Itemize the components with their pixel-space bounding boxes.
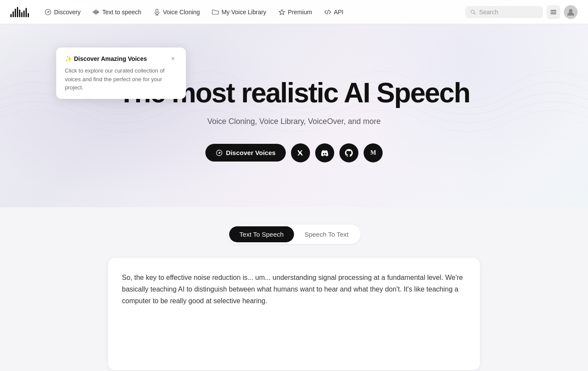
tooltip-close-button[interactable]: × [169, 54, 177, 63]
svg-rect-7 [98, 11, 99, 13]
folder-icon [212, 9, 219, 16]
hero-actions: Discover Voices M [118, 143, 470, 162]
nav-item-api[interactable]: API [319, 6, 349, 18]
svg-rect-6 [97, 10, 98, 14]
svg-marker-20 [218, 152, 220, 154]
search-input[interactable] [479, 9, 538, 16]
github-icon [345, 149, 353, 157]
tooltip-header: ✨ Discover Amazing Voices × [65, 54, 177, 63]
medium-button[interactable]: M [364, 143, 383, 162]
nav-item-discovery[interactable]: Discovery [39, 6, 86, 18]
compass-icon [45, 9, 51, 16]
search-icon [470, 9, 476, 15]
logo[interactable] [10, 7, 29, 17]
mic-icon [153, 9, 160, 16]
github-button[interactable] [339, 143, 358, 162]
nav-item-voice-cloning[interactable]: Voice Cloning [148, 6, 205, 18]
discord-button[interactable] [315, 143, 334, 162]
nav-items: Discovery Text to speech [39, 6, 462, 18]
svg-line-14 [474, 13, 475, 14]
tooltip-body: Click to explore our curated collection … [65, 67, 177, 92]
svg-line-12 [327, 10, 328, 14]
hamburger-icon [550, 9, 557, 16]
main-content: Text To Speech Speech To Text So, the ke… [0, 207, 588, 371]
text-content-box[interactable]: So, the key to effective noise reduction… [108, 258, 480, 370]
twitter-x-button[interactable] [291, 143, 310, 162]
tooltip-card: ✨ Discover Amazing Voices × Click to exp… [56, 48, 186, 99]
code-icon [324, 9, 331, 16]
svg-rect-3 [93, 11, 94, 13]
svg-rect-8 [156, 9, 158, 13]
nav-right [465, 5, 578, 19]
tooltip-title: ✨ Discover Amazing Voices [65, 55, 147, 62]
waveform-icon [93, 9, 99, 16]
logo-icon [10, 7, 29, 17]
svg-rect-4 [94, 10, 95, 14]
svg-point-18 [569, 9, 572, 13]
discover-voices-button[interactable]: Discover Voices [205, 144, 286, 162]
discord-icon [321, 149, 329, 157]
svg-rect-5 [96, 10, 96, 15]
tab-text-to-speech[interactable]: Text To Speech [229, 226, 294, 242]
svg-marker-11 [279, 10, 284, 15]
menu-button[interactable] [546, 5, 560, 19]
nav-item-voice-library[interactable]: My Voice Library [207, 6, 271, 18]
avatar[interactable] [564, 5, 578, 19]
hero-section: ✨ Discover Amazing Voices × Click to exp… [0, 0, 588, 207]
tab-group: Text To Speech Speech To Text [227, 225, 361, 244]
tab-speech-to-text[interactable]: Speech To Text [294, 226, 359, 242]
navbar: Discovery Text to speech [0, 0, 588, 24]
hero-subtitle: Voice Cloning, Voice Library, VoiceOver,… [118, 117, 470, 126]
text-content: So, the key to effective noise reduction… [122, 272, 466, 307]
nav-item-tts[interactable]: Text to speech [87, 6, 146, 18]
search-bar [465, 6, 543, 18]
star-icon [278, 9, 285, 16]
nav-item-premium[interactable]: Premium [273, 6, 317, 18]
discover-icon [216, 149, 223, 156]
x-icon [297, 149, 304, 156]
medium-icon: M [371, 149, 376, 156]
